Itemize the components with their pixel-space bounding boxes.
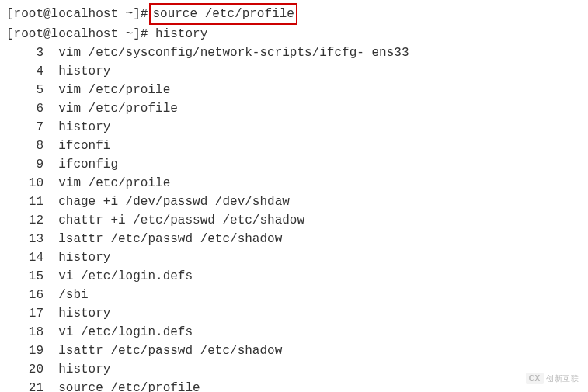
history-number: 13 bbox=[6, 230, 43, 248]
history-command: lsattr /etc/passwd /etc/shadow bbox=[58, 344, 282, 358]
history-command: history bbox=[58, 64, 110, 78]
history-number: 6 bbox=[6, 99, 43, 118]
history-command: chage +i /dev/passwd /dev/shdaw bbox=[58, 195, 290, 209]
history-command: history bbox=[58, 307, 110, 321]
history-number: 10 bbox=[6, 174, 43, 193]
history-command: vi /etc/login.defs bbox=[58, 325, 193, 339]
watermark-text: 创新互联 bbox=[546, 374, 579, 383]
history-line: 12 chattr +i /etc/passwd /etc/shadow bbox=[6, 211, 582, 230]
history-number: 19 bbox=[6, 342, 43, 360]
history-command: vim /etc/proile bbox=[58, 83, 170, 97]
history-command: lsattr /etc/passwd /etc/shadow bbox=[58, 232, 282, 246]
history-command: history bbox=[58, 363, 110, 376]
history-number: 5 bbox=[6, 81, 43, 99]
history-line: 16 /sbi bbox=[6, 286, 582, 304]
history-line: 18 vi /etc/login.defs bbox=[6, 323, 582, 342]
history-command: source /etc/profile bbox=[58, 381, 200, 392]
history-command: vim /etc/proile bbox=[58, 176, 170, 190]
history-command: vi /etc/login.defs bbox=[58, 269, 193, 283]
history-number: 18 bbox=[6, 323, 43, 342]
history-command: ifconfi bbox=[58, 139, 110, 153]
history-number: 9 bbox=[6, 155, 43, 174]
terminal-line-2[interactable]: [root@localhost ~]# history bbox=[6, 25, 582, 43]
command-text: history bbox=[155, 27, 207, 41]
history-number: 11 bbox=[6, 193, 43, 211]
history-number: 20 bbox=[6, 360, 43, 379]
history-number: 4 bbox=[6, 62, 43, 81]
history-line: 13 lsattr /etc/passwd /etc/shadow bbox=[6, 230, 582, 248]
history-number: 16 bbox=[6, 286, 43, 304]
highlighted-command-box: source /etc/profile bbox=[149, 3, 297, 25]
history-line: 15 vi /etc/login.defs bbox=[6, 267, 582, 286]
history-line: 17 history bbox=[6, 304, 582, 323]
history-number: 8 bbox=[6, 137, 43, 155]
history-line: 21 source /etc/profile bbox=[6, 379, 582, 392]
history-number: 14 bbox=[6, 248, 43, 267]
history-line: 19 lsattr /etc/passwd /etc/shadow bbox=[6, 342, 582, 360]
history-line: 4 history bbox=[6, 62, 582, 81]
history-line: 11 chage +i /dev/passwd /dev/shdaw bbox=[6, 193, 582, 211]
history-number: 12 bbox=[6, 211, 43, 230]
shell-prompt-1: [root@localhost ~]# bbox=[6, 7, 148, 21]
history-command: history bbox=[58, 251, 110, 265]
history-command: vim /etc/profile bbox=[58, 102, 178, 116]
history-command: chattr +i /etc/passwd /etc/shadow bbox=[58, 213, 304, 227]
history-line: 20 history bbox=[6, 360, 582, 379]
watermark: CX 创新互联 bbox=[526, 373, 579, 384]
history-line: 5 vim /etc/proile bbox=[6, 81, 582, 99]
history-number: 7 bbox=[6, 118, 43, 137]
shell-prompt-2: [root@localhost ~]# bbox=[6, 27, 155, 41]
history-line: 9 ifconfig bbox=[6, 155, 582, 174]
terminal-line-1[interactable]: [root@localhost ~]#source /etc/profile bbox=[6, 3, 582, 25]
history-number: 21 bbox=[6, 379, 43, 392]
history-command: history bbox=[58, 120, 110, 134]
history-command: /sbi bbox=[58, 288, 88, 302]
watermark-logo: CX bbox=[526, 373, 544, 384]
history-number: 3 bbox=[6, 43, 43, 62]
history-line: 10 vim /etc/proile bbox=[6, 174, 582, 193]
history-command: ifconfig bbox=[58, 158, 118, 172]
history-line: 6 vim /etc/profile bbox=[6, 99, 582, 118]
history-number: 15 bbox=[6, 267, 43, 286]
history-command: vim /etc/sysconfig/network-scripts/ifcfg… bbox=[58, 46, 409, 60]
history-number: 17 bbox=[6, 304, 43, 323]
history-line: 14 history bbox=[6, 248, 582, 267]
history-line: 7 history bbox=[6, 118, 582, 137]
history-output: 3 vim /etc/sysconfig/network-scripts/ifc… bbox=[6, 43, 582, 392]
history-line: 8 ifconfi bbox=[6, 137, 582, 155]
history-line: 3 vim /etc/sysconfig/network-scripts/ifc… bbox=[6, 43, 582, 62]
